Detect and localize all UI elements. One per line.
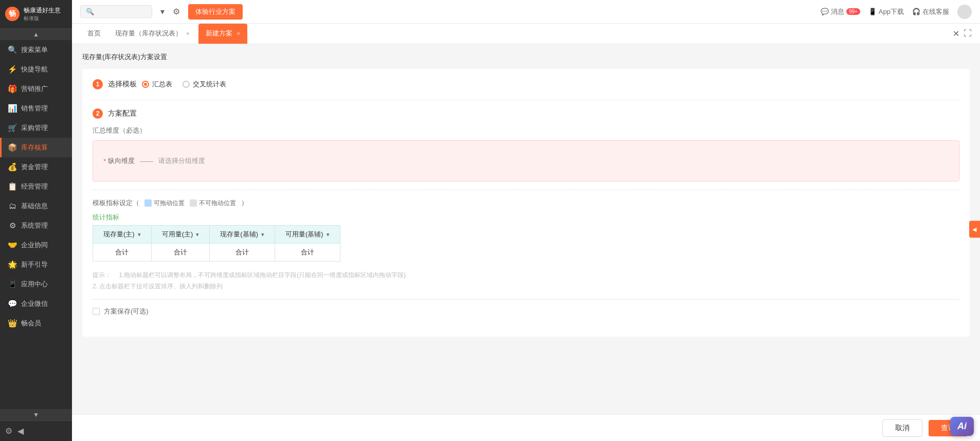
settings-icon[interactable]: ⚙	[5, 426, 12, 436]
col1-cell: 合计	[93, 244, 152, 262]
col3-header[interactable]: 现存量(基辅) ▾	[210, 226, 275, 244]
sidebar-item-label: 基础信息	[21, 201, 48, 211]
sidebar-item-system[interactable]: ⚙ 系统管理	[0, 216, 72, 235]
tab-new-scheme-close[interactable]: ×	[237, 30, 240, 36]
search-menu-icon: 🔍	[8, 45, 17, 54]
sidebar-item-wechat[interactable]: 💬 企业微信	[0, 294, 72, 314]
sidebar-item-label: 系统管理	[21, 221, 48, 230]
col4-dropdown-icon[interactable]: ▾	[326, 231, 330, 238]
search-input[interactable]	[97, 8, 143, 15]
tab-expand-icon[interactable]: ⛶	[964, 29, 972, 39]
template-radio-group: 汇总表 交叉统计表	[142, 80, 226, 89]
sidebar-item-cooperation[interactable]: 🤝 企业协同	[0, 235, 72, 255]
stats-section-label: 统计指标	[93, 213, 959, 222]
sidebar-item-sales[interactable]: 📊 销售管理	[0, 99, 72, 118]
online-service-label: 在线客服	[922, 7, 949, 16]
sidebar-item-label: 营销推广	[21, 84, 48, 94]
radio-cross[interactable]: 交叉统计表	[183, 80, 226, 89]
radio-summary-circle	[142, 81, 149, 88]
save-checkbox[interactable]	[93, 308, 100, 315]
sidebar-item-member[interactable]: 👑 畅会员	[0, 314, 72, 333]
tab-inventory-status[interactable]: 现存量（库存状况表） ×	[108, 24, 196, 44]
tab-close-panel-icon[interactable]: ✕	[953, 29, 959, 39]
tab-new-scheme-label: 新建方案	[206, 29, 232, 38]
right-hint-panel[interactable]: ◀	[969, 221, 980, 238]
non-draggable-dot	[190, 199, 197, 207]
tips-section: 提示： 1.拖动标题栏可以调整布局，不可跨维度或指标区域拖动栏目字段(只能在同一…	[93, 270, 959, 292]
messages-item[interactable]: 💬 消息 99+	[821, 7, 860, 16]
sidebar-item-label: 经营管理	[21, 182, 48, 191]
sidebar-item-quicknav[interactable]: ⚡ 快捷导航	[0, 60, 72, 79]
col3-cell: 合计	[210, 244, 275, 262]
col2-dropdown-icon[interactable]: ▾	[196, 231, 199, 238]
sidebar-item-finance[interactable]: 💰 资金管理	[0, 157, 72, 177]
step-divider-2	[93, 190, 959, 190]
dimension-vertical-label: 纵向维度	[108, 156, 135, 166]
header-search-box[interactable]: 🔍	[80, 5, 152, 18]
col3-dropdown-icon[interactable]: ▾	[261, 231, 264, 238]
page-title: 现存量(库存状况表)方案设置	[82, 52, 970, 62]
tab-home[interactable]: 首页	[80, 24, 108, 44]
sidebar-item-appstore[interactable]: 📱 应用中心	[0, 274, 72, 294]
save-label: 方案保存(可选)	[104, 307, 149, 316]
tab-home-label: 首页	[87, 29, 101, 38]
sidebar-item-marketing[interactable]: 🎁 营销推广	[0, 79, 72, 99]
collapse-icon[interactable]: ◀	[17, 426, 24, 436]
non-draggable-label: 不可拖动位置	[199, 199, 236, 208]
tab-new-scheme[interactable]: 新建方案 ×	[198, 24, 247, 44]
dimension-hint: 请选择分组维度	[158, 156, 205, 166]
col2-header[interactable]: 可用量(主) ▾	[151, 226, 210, 244]
stats-table: 现存量(主) ▾ 可用量(主) ▾	[93, 225, 340, 262]
quicknav-icon: ⚡	[8, 65, 17, 74]
sidebar-item-label: 企业微信	[21, 299, 48, 308]
sidebar-item-procurement[interactable]: 🛒 采购管理	[0, 118, 72, 138]
online-service-item[interactable]: 🎧 在线客服	[912, 7, 949, 16]
dimension-selector[interactable]: * 纵向维度 —— 请选择分组维度	[93, 140, 959, 181]
industry-plan-button[interactable]: 体验行业方案	[188, 4, 243, 20]
sidebar-item-inventory[interactable]: 📦 库存核算	[0, 138, 72, 157]
dropdown-icon[interactable]: ▾	[160, 7, 165, 16]
col1-header[interactable]: 现存量(主) ▾	[93, 226, 152, 244]
tips-text-2: 2. 点击标题栏下拉可设置排序、插入列和删除列	[93, 281, 959, 292]
sidebar-item-label: 搜索菜单	[21, 45, 48, 54]
col4-header[interactable]: 可用量(基辅) ▾	[275, 226, 340, 244]
tips-tip2: 2. 点击标题栏下拉可设置排序、插入列和删除列	[93, 283, 223, 290]
wechat-icon: 💬	[8, 299, 17, 308]
indicator-section: 模板指标设定（ 可拖动位置 不可拖动位置 ）	[93, 198, 959, 208]
management-icon: 📋	[8, 182, 17, 191]
user-avatar[interactable]	[957, 5, 972, 19]
cooperation-icon: 🤝	[8, 241, 17, 250]
logo-icon: 畅	[5, 7, 20, 21]
settings-gear-icon[interactable]: ⚙	[173, 7, 180, 16]
sidebar-item-management[interactable]: 📋 经营管理	[0, 177, 72, 196]
basic-icon: 🗂	[8, 201, 17, 211]
sales-icon: 📊	[8, 104, 17, 113]
sidebar-item-guide[interactable]: 🌟 新手引导	[0, 255, 72, 274]
ai-badge[interactable]: Ai	[950, 417, 974, 436]
guide-icon: 🌟	[8, 260, 17, 269]
marketing-icon: 🎁	[8, 84, 17, 94]
messages-label: 消息	[831, 7, 844, 16]
radio-summary[interactable]: 汇总表	[142, 80, 172, 89]
sidebar-item-label: 库存核算	[21, 143, 48, 152]
footer: 取消 查询	[72, 414, 980, 441]
sidebar-item-label: 快捷导航	[21, 65, 48, 74]
sidebar-bottom: ⚙ ◀	[0, 420, 72, 441]
draggable-dot	[144, 199, 152, 207]
step-divider-1	[93, 100, 959, 100]
tab-inventory-status-close[interactable]: ×	[186, 30, 189, 36]
step1-header: 1 选择模板 汇总表 交叉统计表	[93, 79, 959, 89]
step2-header: 2 方案配置	[93, 108, 959, 119]
indicator-label: 模板指标设定（ 可拖动位置 不可拖动位置 ）	[93, 198, 959, 208]
app-download-item[interactable]: 📱 App下载	[868, 7, 904, 16]
stats-section: 统计指标 现存量(主) ▾	[93, 213, 959, 262]
sidebar-item-basic[interactable]: 🗂 基础信息	[0, 196, 72, 216]
tips-title: 提示：	[93, 271, 117, 279]
sidebar-scroll-up[interactable]: ▲	[0, 29, 72, 40]
sidebar-item-search[interactable]: 🔍 搜索菜单	[0, 40, 72, 60]
sidebar-scroll-down[interactable]: ▼	[0, 409, 72, 420]
col1-dropdown-icon[interactable]: ▾	[138, 231, 141, 238]
app-edition: 标准版	[24, 15, 61, 22]
cancel-button[interactable]: 取消	[882, 419, 922, 437]
indicator-label-prefix: 模板指标设定（	[93, 198, 139, 208]
